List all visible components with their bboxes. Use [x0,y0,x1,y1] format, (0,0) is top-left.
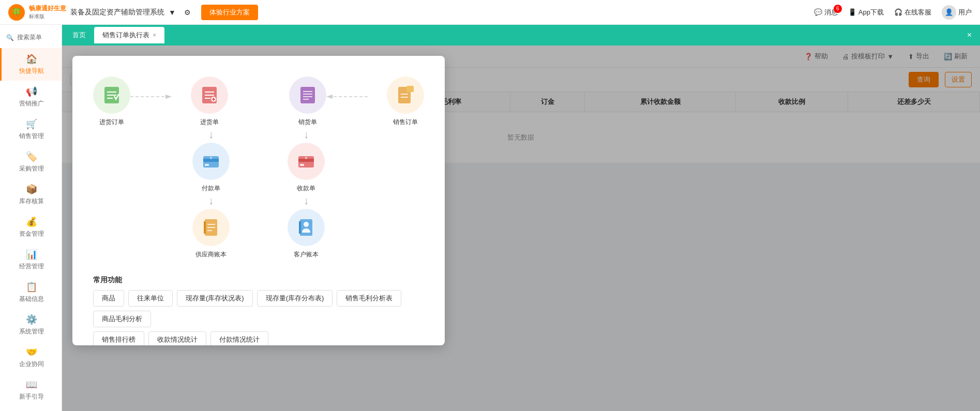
flow-node-supplier-ledger[interactable]: 供应商账本 [192,209,230,259]
tab-home[interactable]: 首页 [64,27,94,43]
sidebar-item-finance[interactable]: 💰 资金管理 [0,211,62,243]
payment-circle: ¥ [192,143,230,180]
svg-rect-30 [300,164,304,166]
experience-button[interactable]: 体验行业方案 [201,5,258,20]
sidebar-item-purchase[interactable]: 🏷️ 采购管理 [0,146,62,178]
cf-btn-receipt-stats[interactable]: 收款情况统计 [148,331,206,345]
flow-node-purchase-order[interactable]: 进货订单 [93,77,130,127]
logo-area: 🍀 畅康通好生意 标准版 [8,4,70,21]
sidebar-item-quick-nav[interactable]: 🏠 快捷导航 [0,48,62,81]
svg-text:¥: ¥ [305,156,308,160]
flow-node-purchase-bill[interactable]: 进货单 [191,77,228,127]
quick-nav-icon: 🏠 [26,53,37,65]
svg-marker-19 [326,95,333,99]
tab-bar: 首页 销售订单执行表 × × [62,25,980,45]
dashed-arrow-2-icon [326,93,368,101]
supplier-ledger-label: 供应商账本 [195,250,227,259]
purchase-order-icon [101,85,122,105]
settings-icon[interactable]: ⚙ [184,8,191,17]
modal-dialog: 进货订单 [72,56,445,345]
flow-node-sales-bill[interactable]: 销货单 [289,77,326,127]
purchase-order-circle [93,77,130,114]
tab-sales-order-exec[interactable]: 销售订单执行表 × [94,27,164,43]
system-dropdown-icon[interactable]: ▼ [169,8,176,17]
sidebar-item-basic-info[interactable]: 📋 基础信息 [0,276,62,309]
tab-sales-order-exec-label: 销售订单执行表 [102,31,149,40]
app-icon: 📱 [848,8,856,16]
basic-info-icon: 📋 [26,281,37,293]
flow-node-customer-ledger[interactable]: 客户账本 [288,209,325,259]
sidebar-item-operations[interactable]: 📊 经营管理 [0,243,62,276]
sales-order-circle [387,77,424,114]
flow-row-1: 进货订单 [93,77,424,127]
online-service-button[interactable]: 🎧 在线客服 [894,8,931,17]
flow-node-receipt[interactable]: ¥ 收款单 [288,143,325,193]
enterprise-icon: 🤝 [26,346,37,358]
flow-node-sales-order[interactable]: 销售订单 [387,77,424,127]
customer-ledger-label: 客户账本 [294,250,319,259]
sidebar-item-guide[interactable]: 📖 新手引导 [0,374,62,406]
sidebar-item-label: 资金管理 [19,230,44,238]
top-header: 🍀 畅康通好生意 标准版 装备及固定资产辅助管理系统 ▼ ⚙ 体验行业方案 💬 … [0,0,980,25]
system-title-area: 装备及固定资产辅助管理系统 ▼ ⚙ 体验行业方案 [70,5,814,20]
svg-rect-37 [300,219,312,236]
tab-close-icon[interactable]: × [153,32,156,39]
flow-node-payment[interactable]: ¥ 付款单 [192,143,230,193]
customer-ledger-circle [288,209,325,246]
cf-btn-goods-profit[interactable]: 商品毛利分析 [93,311,151,327]
svg-rect-33 [204,221,206,234]
cf-btn-sales-profit[interactable]: 销售毛利分析表 [337,290,401,307]
app-download-button[interactable]: 📱 App下载 [848,8,884,17]
cf-btn-stock-dist[interactable]: 现存量(库存分布表) [257,290,333,307]
sales-bill-circle [289,77,326,114]
sidebar-item-enterprise[interactable]: 🤝 企业协同 [0,341,62,374]
sidebar-item-system[interactable]: ⚙️ 系统管理 [0,309,62,341]
receipt-label: 收款单 [297,184,315,193]
sales-order-icon [395,85,416,105]
cf-btn-partners[interactable]: 往来单位 [128,290,173,307]
user-name: 用户 [958,8,972,17]
sidebar-item-label: 基础信息 [19,295,44,303]
search-menu-item[interactable]: 🔍 搜索菜单 [0,29,62,46]
svg-point-39 [304,222,309,227]
user-menu[interactable]: 👤 用户 [942,5,972,20]
dashed-arrow-1-icon [130,93,172,101]
purchase-bill-label: 进货单 [200,118,219,127]
sidebar-item-label: 系统管理 [19,327,44,336]
operations-icon: 📊 [26,249,37,260]
svg-rect-26 [205,164,209,166]
supplier-ledger-icon [201,217,221,238]
receipt-circle: ¥ [288,143,325,180]
sidebar-item-label: 企业协同 [19,360,44,369]
down-arrow-sales: ↓ [288,129,325,141]
down-arrow-receipt: ↓ [288,195,325,207]
down-arrow-purchase: ↓ [192,129,230,141]
receipt-icon: ¥ [296,151,316,172]
content-area: 首页 销售订单执行表 × × ❓ 帮助 🖨 按模板打印 ▼ [62,25,980,411]
sales-bill-icon [297,85,318,105]
down-arrows-row: ↓ ↓ [93,129,424,141]
sales-order-label: 销售订单 [393,118,418,127]
flow-diagram: 进货订单 [93,71,424,271]
payment-icon: ¥ [201,151,221,172]
arrow-left-1 [326,93,387,101]
finance-icon: 💰 [26,216,37,227]
message-badge: 6 [834,5,842,13]
cf-btn-stock-status[interactable]: 现存量(库存状况表) [177,290,253,307]
service-icon: 🎧 [894,8,902,16]
system-title-text: 装备及固定资产辅助管理系统 [70,8,164,17]
tab-bar-close-icon[interactable]: × [961,31,978,40]
sidebar-item-marketing[interactable]: 📢 营销推广 [0,81,62,113]
sidebar-item-label: 经营管理 [19,262,44,271]
cf-title: 常用功能 [93,276,424,285]
cf-btn-sales-rank[interactable]: 销售排行榜 [93,331,144,345]
svg-rect-38 [299,221,301,234]
cf-btn-payment-stats[interactable]: 付款情况统计 [210,331,268,345]
message-button[interactable]: 💬 消息 6 [814,8,838,17]
cf-btn-goods[interactable]: 商品 [93,290,124,307]
sidebar-item-inventory[interactable]: 📦 库存核算 [0,178,62,211]
sidebar-item-sales[interactable]: 🛒 销售管理 [0,113,62,146]
svg-rect-21 [406,86,414,92]
modal-overlay[interactable]: 进货订单 [62,45,980,411]
purchase-bill-icon [199,85,220,105]
